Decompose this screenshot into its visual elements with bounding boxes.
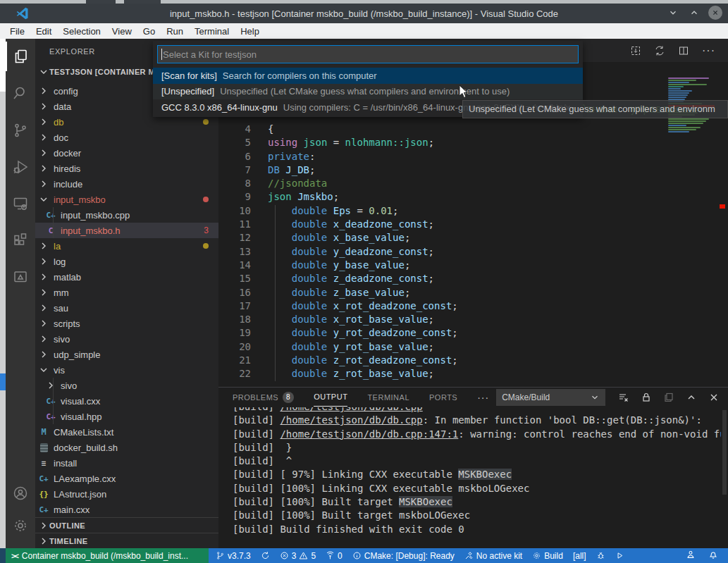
tree-item-label: config (54, 86, 78, 97)
compare-cycle-icon[interactable] (654, 45, 665, 56)
outline-section[interactable]: OUTLINE (35, 517, 218, 533)
output-console[interactable]: [build] /home/testjson/db/db.cpp[build] … (218, 407, 721, 548)
tree-item-lastruct-json[interactable]: {}LAstruct.json (35, 486, 218, 502)
tree-item-vis[interactable]: vis (35, 362, 218, 378)
remote-indicator[interactable]: >< Container mskbo_build (/mskbo_build_i… (6, 548, 209, 563)
tree-item-install[interactable]: ≡install (35, 455, 218, 471)
tree-item-laexample-cxx[interactable]: C+LAexample.cxx (35, 471, 218, 486)
split-editor-icon[interactable] (678, 45, 689, 56)
source-control-icon[interactable] (6, 116, 35, 145)
minimize-button[interactable] (666, 6, 680, 20)
maximize-button[interactable] (687, 6, 701, 20)
tree-item-visual-cxx[interactable]: C+visual.cxx (35, 393, 218, 409)
output-line: [build] [100%] Built target MSKBOexec (233, 495, 721, 509)
status--all-[interactable]: [all] (573, 551, 586, 561)
file-link[interactable]: /home/testjson/db/db.cpp (280, 407, 422, 412)
extensions-icon[interactable] (6, 225, 35, 255)
menu-view[interactable]: View (106, 25, 137, 38)
tree-item-sivo[interactable]: sivo (35, 331, 218, 347)
status-branch[interactable]: v3.7.3 (216, 551, 251, 561)
chevron-right-icon (38, 163, 49, 174)
status-broadcast[interactable]: 0 (326, 551, 343, 561)
tree-item-input-mskbo[interactable]: input_mskbo (35, 192, 218, 207)
status-gear[interactable]: Build (532, 551, 563, 561)
status-bug[interactable] (596, 551, 605, 560)
code-line-22: 22 double z_rot_base_value; (218, 367, 728, 381)
more-actions-icon[interactable]: ··· (702, 44, 715, 57)
statusbar-main: v3.7.3350CMake: [Debug]: ReadyNo active … (209, 548, 728, 563)
settings-icon[interactable] (6, 511, 35, 540)
panel-more-tabs-icon[interactable]: ··· (477, 392, 489, 403)
chevron-right-icon (38, 520, 49, 531)
remote-explorer-icon[interactable] (6, 189, 35, 218)
panel-tab-problems[interactable]: PROBLEMS8 (233, 388, 294, 407)
panel-tab-ports[interactable]: PORTS (429, 388, 457, 407)
output-channel-value: CMake/Build (502, 392, 550, 402)
panel-tab-output[interactable]: OUTPUT (314, 388, 347, 407)
tree-item-docker[interactable]: docker (35, 145, 218, 161)
tree-item-visual-hpp[interactable]: C+visual.hpp (35, 409, 218, 424)
tree-item-scripts[interactable]: scripts (35, 316, 218, 331)
status-bell-icon[interactable] (708, 550, 718, 562)
tree-item-la[interactable]: la (35, 238, 218, 254)
timeline-section[interactable]: TIMELINE (35, 533, 218, 548)
close-panel-icon[interactable] (708, 392, 720, 403)
code-line-17: 17 double x_rot_deadzone_const; (218, 299, 728, 313)
tree-item-include[interactable]: include (35, 176, 218, 192)
quickpick-input[interactable]: Select a Kit for testjson (157, 45, 579, 63)
chevron-right-icon (38, 256, 49, 267)
panel-warning-icon[interactable] (6, 262, 35, 292)
output-channel-select[interactable]: CMake/Build (496, 389, 605, 406)
chevron-right-icon (38, 349, 49, 360)
menu-run[interactable]: Run (161, 25, 189, 38)
open-in-editor-icon[interactable] (663, 392, 674, 403)
run-debug-icon[interactable] (6, 152, 35, 182)
menu-selection[interactable]: Selection (57, 25, 106, 38)
code-line-21: 21 double z_rot_deadzone_const; (218, 354, 728, 367)
run-build-icon[interactable] (630, 45, 641, 56)
code-line-15: 15 double z_deadzone_const; (218, 272, 728, 285)
menu-help[interactable]: Help (235, 25, 265, 38)
tree-item-mm[interactable]: mm (35, 285, 218, 300)
tree-item-input-mskbo-h[interactable]: Cinput_mskbo.h3 (35, 223, 218, 238)
chevron-right-icon (38, 147, 49, 159)
file-link[interactable]: /home/testjson/db/db.cpp (280, 414, 422, 426)
status-feedback-person-icon[interactable] (686, 550, 696, 562)
tree-item-matlab[interactable]: matlab (35, 269, 218, 285)
tree-item-cmakelists-txt[interactable]: MCMakeLists.txt (35, 424, 218, 440)
code-editor[interactable]: 4{5using json = nlohmann::json;6private:… (218, 123, 728, 381)
status-play[interactable] (615, 551, 624, 560)
h-file-icon: C (45, 226, 56, 235)
panel-scrollbar[interactable] (722, 410, 727, 495)
status-error[interactable]: 35 (280, 551, 316, 561)
menu-go[interactable]: Go (137, 25, 161, 38)
tree-item-sivo[interactable]: sivo (35, 378, 218, 393)
close-button[interactable] (708, 6, 722, 20)
explorer-icon[interactable] (6, 42, 35, 71)
tree-item-doc[interactable]: doc (35, 130, 218, 145)
tree-item-udp-simple[interactable]: udp_simple (35, 347, 218, 362)
menu-terminal[interactable]: Terminal (189, 25, 235, 38)
maximize-panel-icon[interactable] (686, 392, 697, 403)
bottom-panel: PROBLEMS8OUTPUTTERMINALPORTS···CMake/Bui… (218, 387, 728, 548)
status-info[interactable]: CMake: [Debug]: Ready (352, 551, 455, 561)
account-icon[interactable] (6, 478, 35, 508)
quickpick-item-scan-for-kits[interactable]: [Scan for kits] Search for compilers on … (153, 68, 583, 84)
lock-icon[interactable] (641, 392, 652, 403)
tree-item-input-mskbo-cpp[interactable]: C+input_mskbo.cpp (35, 207, 218, 223)
panel-tab-terminal[interactable]: TERMINAL (367, 388, 409, 407)
tree-item-hiredis[interactable]: hiredis (35, 161, 218, 176)
quickpick-item-unspecified[interactable]: [Unspecified] Unspecified (Let CMake gue… (153, 84, 583, 100)
status-sync[interactable] (261, 551, 270, 560)
tree-item-docker-build-sh[interactable]: docker_build.sh (35, 440, 218, 455)
menu-edit[interactable]: Edit (30, 25, 57, 38)
file-link[interactable]: /home/testjson/db/db.cpp:147:1 (280, 428, 458, 440)
menu-file[interactable]: File (4, 25, 30, 38)
search-icon[interactable] (6, 78, 35, 108)
tree-item-sau[interactable]: sau (35, 300, 218, 316)
clear-output-icon[interactable] (618, 392, 629, 403)
tree-item-main-cxx[interactable]: C+main.cxx (35, 502, 218, 517)
status-tools[interactable]: No active kit (464, 551, 522, 561)
tree-item-log[interactable]: log (35, 254, 218, 269)
git-status-dot (203, 197, 209, 202)
